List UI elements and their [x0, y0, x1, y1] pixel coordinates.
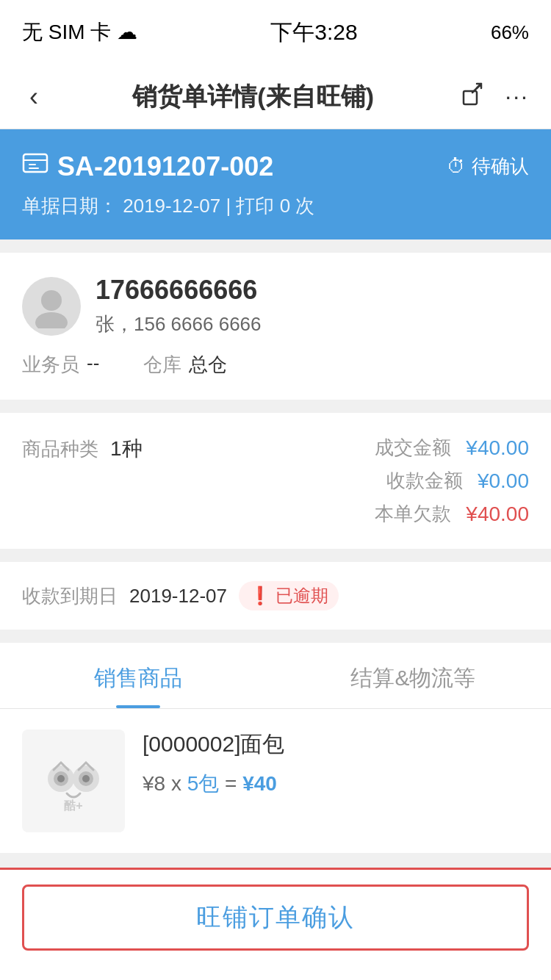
product-name: [0000002]面包 — [143, 729, 529, 760]
svg-point-2 — [41, 290, 62, 311]
share-icon[interactable] — [461, 81, 487, 113]
status-time: 下午3:28 — [270, 18, 357, 48]
owed-amount-row: 本单欠款 ¥40.00 — [375, 501, 529, 527]
svg-rect-1 — [24, 154, 47, 172]
customer-info: 17666666666 张，156 6666 6666 — [96, 275, 262, 337]
bottom-bar: 旺铺订单确认 — [0, 868, 551, 980]
back-button[interactable]: ‹ — [22, 74, 46, 120]
clock-icon: ⏱ — [447, 155, 466, 178]
salesperson-meta: 业务员 -- — [22, 352, 99, 378]
status-bar: 无 SIM 卡 ☁ 下午3:28 66% — [0, 0, 551, 65]
nav-bar: ‹ 销货单详情(来自旺铺) ··· — [0, 65, 551, 129]
customer-section: 17666666666 张，156 6666 6666 业务员 -- 仓库 总仓 — [0, 253, 551, 400]
svg-point-8 — [57, 775, 65, 782]
product-section: 酷+ [0000002]面包 ¥8 x 5包 = ¥40 — [0, 709, 551, 853]
owed-amount: ¥40.00 — [466, 502, 529, 526]
product-item: 酷+ [0000002]面包 ¥8 x 5包 = ¥40 — [22, 729, 529, 832]
tab-settlement[interactable]: 结算&物流等 — [276, 643, 551, 708]
order-header-top: SA-20191207-002 ⏱ 待确认 — [22, 150, 529, 183]
summary-section: 商品种类 1种 成交金额 ¥40.00 收款金额 ¥0.00 本单欠款 ¥40.… — [0, 413, 551, 549]
goods-type: 商品种类 1种 — [22, 435, 143, 463]
confirm-order-button[interactable]: 旺铺订单确认 — [22, 884, 529, 951]
tabs-header: 销售商品 结算&物流等 — [0, 643, 551, 709]
order-header-card: SA-20191207-002 ⏱ 待确认 单据日期： 2019-12-07 |… — [0, 129, 551, 239]
status-right: 66% — [491, 21, 529, 44]
battery-level: 66% — [491, 21, 529, 44]
svg-rect-0 — [464, 91, 477, 104]
product-info: [0000002]面包 ¥8 x 5包 = ¥40 — [143, 729, 529, 798]
received-amount-row: 收款金额 ¥0.00 — [386, 468, 529, 494]
order-status: ⏱ 待确认 — [447, 154, 529, 179]
overdue-icon: ❗ — [249, 586, 271, 606]
tabs-section: 销售商品 结算&物流等 酷+ — [0, 643, 551, 853]
avatar — [22, 277, 81, 336]
tab-sales-goods[interactable]: 销售商品 — [0, 643, 276, 708]
svg-point-3 — [35, 312, 68, 328]
page-title: 销货单详情(来自旺铺) — [132, 80, 374, 114]
overdue-badge: ❗ 已逾期 — [239, 581, 339, 610]
svg-text:酷+: 酷+ — [64, 799, 82, 812]
customer-meta: 业务员 -- 仓库 总仓 — [22, 352, 529, 378]
customer-name: 张，156 6666 6666 — [96, 311, 262, 337]
summary-row: 商品种类 1种 成交金额 ¥40.00 收款金额 ¥0.00 本单欠款 ¥40.… — [22, 435, 529, 527]
received-amount: ¥0.00 — [478, 469, 529, 493]
nav-actions: ··· — [461, 81, 529, 113]
due-section: 收款到期日 2019-12-07 ❗ 已逾期 — [0, 562, 551, 630]
status-left: 无 SIM 卡 ☁ — [22, 18, 137, 46]
deal-amount-row: 成交金额 ¥40.00 — [375, 435, 529, 461]
warehouse-meta: 仓库 总仓 — [143, 352, 227, 378]
customer-row: 17666666666 张，156 6666 6666 — [22, 275, 529, 337]
customer-phone: 17666666666 — [96, 275, 262, 306]
order-id: SA-20191207-002 — [22, 150, 273, 183]
product-thumbnail: 酷+ — [22, 729, 125, 832]
more-icon[interactable]: ··· — [505, 83, 529, 110]
order-date-info: 单据日期： 2019-12-07 | 打印 0 次 — [22, 193, 529, 219]
amounts: 成交金额 ¥40.00 收款金额 ¥0.00 本单欠款 ¥40.00 — [375, 435, 529, 527]
order-icon — [22, 150, 48, 183]
deal-amount: ¥40.00 — [466, 436, 529, 460]
product-price: ¥8 x 5包 = ¥40 — [143, 770, 529, 798]
svg-point-9 — [82, 775, 90, 782]
